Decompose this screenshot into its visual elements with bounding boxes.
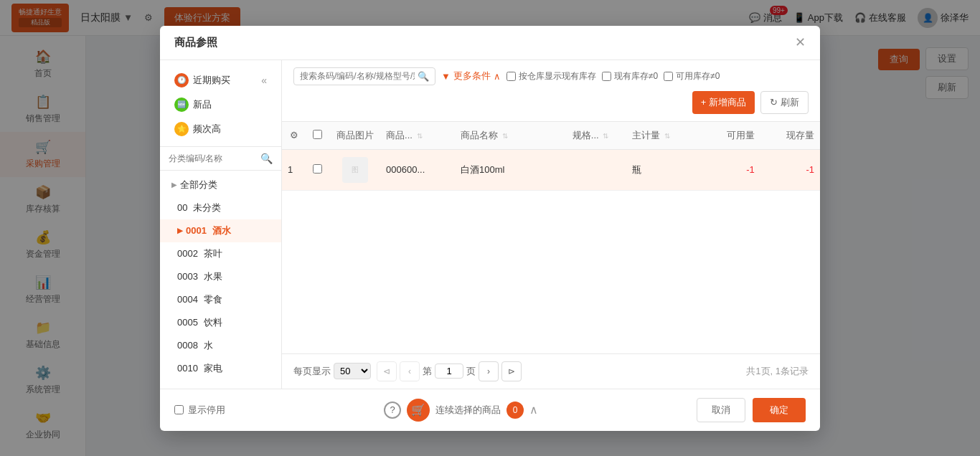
col-code-header[interactable]: 商品... ⇅: [380, 122, 455, 150]
col-check: [306, 122, 329, 150]
product-image-cell: 图: [329, 149, 380, 190]
col-name-header[interactable]: 商品名称 ⇅: [455, 122, 567, 150]
last-page-btn[interactable]: ⊳: [501, 361, 522, 381]
footer-center: ? 🛒 连续选择的商品 0 ∧: [384, 399, 538, 422]
page-size-label: 每页显示: [293, 365, 331, 378]
category-code: 0008: [177, 340, 198, 351]
category-item-all[interactable]: ▶ 全部分类: [160, 174, 281, 196]
col-spec-header[interactable]: 规格... ⇅: [567, 122, 626, 150]
more-filter-btn[interactable]: ▼ 更多条件 ∧: [441, 70, 501, 82]
category-label: 酒水: [212, 224, 231, 237]
checkbox-warehouse-stock[interactable]: 按仓库显示现有库存: [507, 70, 596, 82]
product-image-placeholder: 图: [342, 157, 368, 183]
category-code: 0003: [177, 271, 198, 282]
modal-title: 商品参照: [174, 36, 217, 49]
category-item-uncategorized[interactable]: 00 未分类: [160, 196, 281, 219]
row-index: 1: [282, 149, 306, 190]
row-check[interactable]: [306, 149, 329, 190]
category-code: 00: [177, 202, 187, 213]
sort-icon: ⇅: [417, 132, 423, 140]
refresh-icon: ↻: [770, 97, 778, 108]
category-search-input[interactable]: [169, 153, 256, 163]
page-size-dropdown[interactable]: 50 10 20 100: [334, 363, 371, 379]
category-item-water[interactable]: 0008 水: [160, 334, 281, 357]
frequent-label: 频次高: [193, 123, 221, 136]
category-item-liquor[interactable]: ▶ 0001 酒水: [160, 219, 281, 242]
checkbox-nonzero-stock[interactable]: 现有库存≠0: [602, 70, 658, 82]
recent-purchase-nav[interactable]: 🕐 近期购买 «: [166, 69, 275, 92]
category-search: 🔍: [160, 147, 281, 171]
filter-label: 更多条件: [453, 70, 491, 82]
next-page-btn[interactable]: ›: [479, 361, 499, 381]
category-label: 未分类: [193, 201, 221, 214]
product-name-cell: 白酒100ml: [455, 149, 567, 190]
first-page-btn[interactable]: ⊲: [377, 361, 397, 381]
prev-page-btn[interactable]: ‹: [400, 361, 420, 381]
product-search-box: 🔍: [293, 67, 435, 85]
product-code-cell: 000600...: [380, 149, 455, 190]
available-stock-checkbox[interactable]: [664, 72, 673, 81]
nonzero-stock-label: 现有库存≠0: [614, 70, 658, 82]
modal-right-panel: 🔍 ▼ 更多条件 ∧ 按仓库显示现有库存 现有库存≠0: [282, 60, 820, 389]
confirm-btn[interactable]: 确定: [753, 398, 806, 422]
category-label: 水: [204, 339, 213, 352]
category-code: 0005: [177, 317, 198, 328]
help-btn[interactable]: ?: [384, 402, 401, 419]
recent-purchase-icon: 🕐: [174, 73, 189, 87]
table-row[interactable]: 1 图 000600... 白酒100ml 瓶: [282, 149, 820, 190]
refresh-label: 刷新: [781, 96, 799, 109]
page-nav: ⊲ ‹ 第 页 › ⊳: [377, 361, 522, 381]
add-product-btn[interactable]: + 新增商品: [692, 91, 755, 114]
pagination-bar: 每页显示 50 10 20 100 ⊲ ‹ 第 页: [282, 353, 820, 389]
frequent-icon: ⭐: [174, 122, 189, 136]
total-pages: 共1页,: [746, 366, 773, 376]
col-settings[interactable]: ⚙: [282, 122, 306, 150]
product-table-container: ⚙ 商品图片 商品... ⇅: [282, 122, 820, 353]
row-checkbox[interactable]: [313, 164, 322, 174]
frequent-nav[interactable]: ⭐ 频次高: [166, 118, 275, 141]
category-item-fruit[interactable]: 0003 水果: [160, 265, 281, 288]
category-tree: ▶ 全部分类 00 未分类 ▶ 0001 酒水 0002 茶叶: [160, 171, 281, 383]
new-products-nav[interactable]: 🆕 新品: [166, 93, 275, 116]
checkbox-available-stock[interactable]: 可用库存≠0: [664, 70, 720, 82]
select-all-checkbox[interactable]: [313, 130, 322, 139]
modal-close-btn[interactable]: ✕: [795, 36, 806, 49]
display-disabled-checkbox[interactable]: [174, 405, 184, 414]
category-code: 0002: [177, 248, 198, 259]
col-available-header: 可用量: [686, 122, 760, 150]
category-label: 饮料: [204, 316, 222, 329]
page-label: 第: [423, 365, 432, 378]
total-records: 1条记录: [776, 366, 809, 376]
toolbar-right: + 新增商品 ↻ 刷新: [692, 91, 809, 114]
modal-body: 🕐 近期购买 « 🆕 新品 ⭐ 频次高 🔍: [160, 60, 820, 389]
filter-icon: ▼: [441, 71, 451, 82]
selected-products-label: 连续选择的商品: [435, 404, 501, 417]
nonzero-stock-checkbox[interactable]: [602, 72, 611, 81]
available-stock-label: 可用库存≠0: [676, 70, 720, 82]
category-label: 零食: [204, 293, 222, 306]
caret-icon: ▶: [171, 181, 177, 189]
cart-btn[interactable]: 🛒: [407, 399, 430, 422]
page-size-select: 每页显示 50 10 20 100: [293, 363, 371, 379]
category-code: 0001: [186, 225, 207, 236]
col-unit-header[interactable]: 主计量 ⇅: [626, 122, 686, 150]
refresh-btn[interactable]: ↻ 刷新: [760, 91, 809, 114]
page-input[interactable]: [435, 364, 463, 379]
selected-count-badge: 0: [507, 402, 524, 419]
category-item-tea[interactable]: 0002 茶叶: [160, 242, 281, 265]
search-icon[interactable]: 🔍: [260, 153, 273, 164]
footer-collapse-btn[interactable]: ∧: [529, 403, 538, 417]
cancel-btn[interactable]: 取消: [697, 398, 745, 422]
display-disabled-toggle[interactable]: 显示停用: [174, 404, 225, 417]
category-item-snack[interactable]: 0004 零食: [160, 288, 281, 311]
cart-icon: 🛒: [411, 403, 425, 417]
warehouse-stock-checkbox[interactable]: [507, 72, 516, 81]
category-label: 茶叶: [204, 247, 222, 260]
search-icon[interactable]: 🔍: [418, 71, 429, 82]
category-item-appliance[interactable]: 0010 家电: [160, 357, 281, 380]
product-search-input[interactable]: [300, 71, 415, 81]
collapse-icon[interactable]: «: [261, 75, 267, 86]
category-item-beverage[interactable]: 0005 饮料: [160, 311, 281, 334]
quick-nav: 🕐 近期购买 « 🆕 新品 ⭐ 频次高: [160, 66, 281, 147]
sort-icon: ⇅: [664, 132, 670, 140]
